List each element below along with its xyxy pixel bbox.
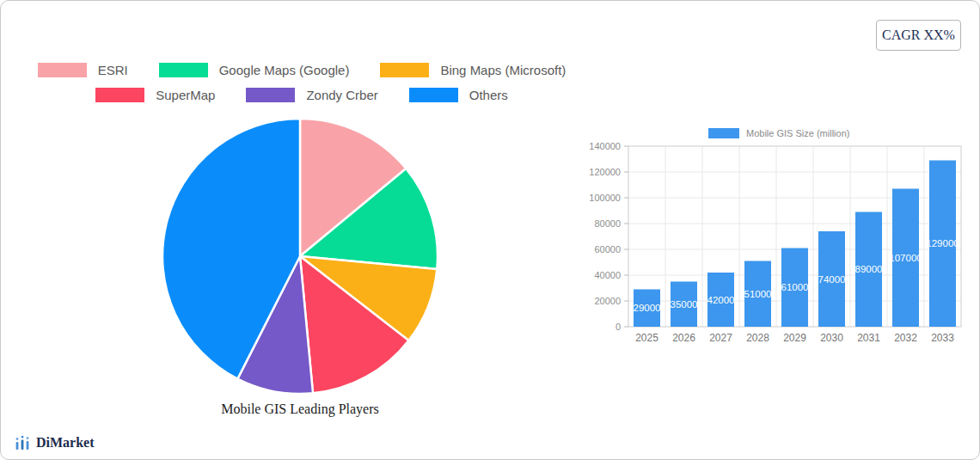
y-axis-tick-label: 100000: [589, 193, 621, 203]
bar-value-label: 89000: [855, 264, 883, 274]
x-axis-tick-label: 2032: [894, 332, 917, 344]
y-axis-tick-label: 120000: [589, 167, 621, 177]
pie-legend-item-google-maps-google[interactable]: Google Maps (Google): [159, 63, 350, 77]
pie-legend: ESRIGoogle Maps (Google)Bing Maps (Micro…: [35, 63, 568, 102]
pie-legend-row: ESRIGoogle Maps (Google)Bing Maps (Micro…: [38, 63, 567, 77]
x-axis-tick-label: 2030: [820, 332, 843, 344]
x-axis-tick-label: 2029: [783, 332, 806, 344]
x-axis-tick-label: 2026: [672, 332, 695, 344]
legend-swatch: [380, 63, 429, 77]
legend-label: Others: [469, 88, 508, 102]
pie-legend-item-zondy-crber[interactable]: Zondy Crber: [246, 88, 377, 102]
brand-name: DiMarket: [36, 435, 95, 451]
y-axis-tick-label: 20000: [594, 296, 621, 306]
cagr-badge-label: CAGR XX%: [882, 28, 955, 43]
y-axis-tick-label: 0: [616, 322, 621, 332]
legend-label: Bing Maps (Microsoft): [440, 63, 566, 77]
legend-swatch: [409, 88, 458, 102]
pie-legend-item-bing-maps-microsoft[interactable]: Bing Maps (Microsoft): [380, 63, 566, 77]
legend-label: ESRI: [98, 63, 128, 77]
x-axis-tick-label: 2027: [709, 332, 732, 344]
legend-swatch: [159, 63, 208, 77]
legend-swatch: [246, 88, 295, 102]
bar-value-label: 129000: [926, 238, 959, 248]
legend-label: Zondy Crber: [306, 88, 377, 102]
bar-value-label: 42000: [707, 295, 735, 305]
bar-value-label: 74000: [818, 274, 846, 285]
pie-legend-item-esri[interactable]: ESRI: [38, 63, 128, 77]
y-axis-tick-label: 60000: [594, 244, 621, 255]
pie-chart: [157, 113, 443, 399]
legend-swatch: [38, 63, 87, 77]
bar-chart-logo-icon: [15, 435, 32, 451]
legend-label: SuperMap: [156, 88, 215, 102]
bar-value-label: 35000: [671, 299, 698, 310]
x-axis-tick-label: 2033: [931, 332, 954, 344]
legend-label: Google Maps (Google): [219, 63, 350, 77]
pie-legend-item-others[interactable]: Others: [409, 88, 508, 102]
bar-value-label: 107000: [889, 253, 922, 263]
bar-chart: 0200004000060000800001000001200001400002…: [517, 121, 980, 353]
cagr-badge: CAGR XX%: [876, 20, 961, 51]
pie-chart-title: Mobile GIS Leading Players: [171, 402, 429, 417]
pie-legend-item-supermap[interactable]: SuperMap: [95, 88, 215, 102]
y-axis-tick-label: 80000: [594, 218, 621, 229]
y-axis-tick-label: 40000: [594, 270, 621, 280]
x-axis-tick-label: 2025: [635, 332, 658, 344]
y-axis-tick-label: 140000: [589, 141, 621, 151]
bar-value-label: 29000: [634, 303, 661, 313]
brand-logo: DiMarket: [15, 435, 95, 451]
report-card: CAGR XX% ESRIGoogle Maps (Google)Bing Ma…: [0, 0, 980, 460]
bar-legend-label: Mobile GIS Size (million): [746, 128, 849, 138]
x-axis-tick-label: 2028: [746, 332, 769, 344]
x-axis-tick-label: 2031: [857, 332, 880, 344]
bar-chart-legend[interactable]: Mobile GIS Size (million): [708, 128, 849, 138]
legend-swatch: [95, 88, 144, 102]
bar-legend-swatch: [708, 128, 739, 138]
bar-value-label: 61000: [781, 282, 809, 292]
pie-legend-row: SuperMapZondy CrberOthers: [95, 88, 508, 102]
bar-value-label: 51000: [744, 289, 772, 299]
